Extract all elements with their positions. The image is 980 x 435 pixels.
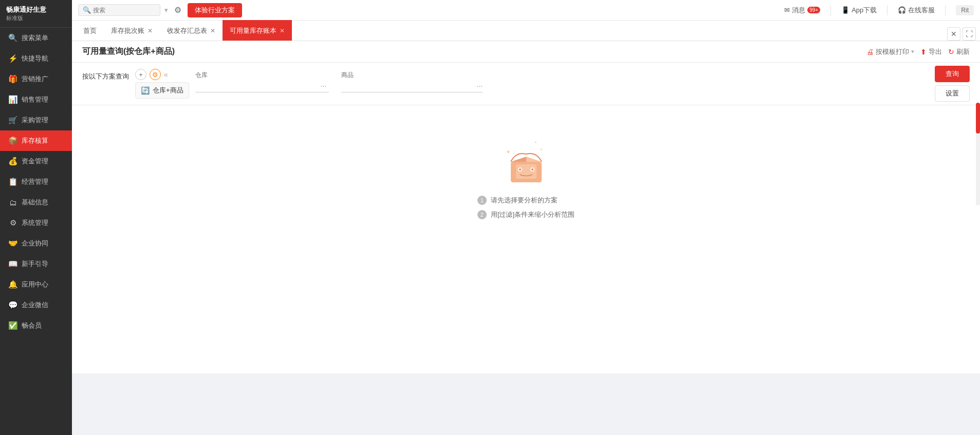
tab-expand-btn[interactable]: ⛶ (963, 27, 976, 41)
sidebar-item-newbie[interactable]: 📖 新手引导 (0, 254, 72, 274)
scheme-item-warehouse-product[interactable]: 🔄 仓库+商品 (135, 82, 189, 99)
wechat-icon: 💬 (8, 300, 17, 310)
tab-home[interactable]: 首页 (76, 20, 104, 41)
edit-scheme-btn[interactable]: ⚙ (150, 69, 161, 80)
sidebar-item-basic[interactable]: 🗂 基础信息 (0, 192, 72, 213)
sidebar-item-sales[interactable]: 📊 销售管理 (0, 89, 72, 110)
sidebar-label-search: 搜索菜单 (22, 33, 48, 43)
sidebar-item-enterprise[interactable]: 🤝 企业协同 (0, 233, 72, 254)
warehouse-input[interactable] (195, 82, 319, 90)
sidebar-item-app-center[interactable]: 🔔 应用中心 (0, 274, 72, 295)
refresh-icon: ↻ (948, 48, 954, 56)
tab-home-label: 首页 (83, 26, 97, 35)
purchase-icon: 🛒 (8, 116, 17, 125)
phone-icon: 📱 (841, 6, 849, 14)
step-2-num: 2 (477, 210, 487, 219)
export-label: 导出 (929, 47, 942, 56)
sidebar-label-finance: 资金管理 (22, 157, 48, 166)
basic-icon: 🗂 (8, 198, 17, 207)
warehouse-more-icon[interactable]: ··· (321, 82, 327, 90)
sidebar-item-purchase[interactable]: 🛒 采购管理 (0, 110, 72, 130)
collapse-icon[interactable]: « (164, 70, 168, 79)
sidebar-item-finance[interactable]: 💰 资金管理 (0, 151, 72, 172)
app-center-icon: 🔔 (8, 280, 17, 289)
tab-batch-ledger-close[interactable]: ✕ (147, 27, 153, 34)
product-more-icon[interactable]: ··· (477, 82, 483, 90)
sidebar-label-shortcut: 快捷导航 (22, 54, 48, 63)
empty-text: 1 请先选择要分析的方案 2 用[过滤]条件来缩小分析范围 (477, 196, 575, 219)
empty-step-2: 2 用[过滤]条件来缩小分析范围 (477, 210, 575, 219)
sidebar-label-system: 系统管理 (22, 218, 48, 228)
sidebar-item-shortcut[interactable]: ⚡ 快捷导航 (0, 48, 72, 69)
sidebar-label-inventory: 库存核算 (22, 136, 48, 145)
sidebar-label-enterprise: 企业协同 (22, 239, 48, 248)
right-scrollbar[interactable] (976, 103, 980, 205)
tab-batch-ledger[interactable]: 库存批次账 ✕ (104, 20, 160, 41)
message-icon: ✉ (784, 6, 790, 14)
sidebar-label-purchase: 采购管理 (22, 116, 48, 125)
sidebar-logo: 畅康通好生意 标准版 (0, 0, 72, 28)
tabbar-controls: ✕ ⛶ (947, 27, 980, 41)
warehouse-input-row: ··· (195, 82, 329, 92)
message-button[interactable]: ✉ 消息 99+ (784, 6, 820, 15)
tab-available-ledger[interactable]: 可用量库存账本 ✕ (223, 20, 292, 41)
product-input[interactable] (341, 82, 475, 90)
topbar-gear-icon[interactable]: ⚙ (172, 3, 183, 17)
sales-icon: 📊 (8, 95, 17, 104)
tab-collect-ledger-close[interactable]: ✕ (210, 27, 215, 34)
sidebar-item-wechat[interactable]: 💬 企业微信 (0, 295, 72, 315)
sidebar-item-operation[interactable]: 📋 经营管理 (0, 172, 72, 192)
tab-collect-ledger[interactable]: 收发存汇总表 ✕ (160, 20, 223, 41)
online-service-button[interactable]: 🎧 在线客服 (898, 6, 935, 15)
refresh-action[interactable]: ↻ 刷新 (948, 47, 970, 56)
export-icon: ⬆ (920, 48, 927, 56)
sidebar-item-marketing[interactable]: 🎁 营销推广 (0, 69, 72, 89)
empty-step-1: 1 请先选择要分析的方案 (477, 196, 575, 205)
user-avatar[interactable]: Rit (956, 5, 974, 15)
tab-collect-ledger-label: 收发存汇总表 (167, 26, 207, 35)
sidebar-label-newbie: 新手引导 (22, 259, 48, 269)
member-icon: ✅ (8, 321, 17, 330)
topbar-search-box[interactable]: 🔍 (78, 4, 160, 16)
app-version: 标准版 (6, 14, 66, 22)
message-label: 消息 (792, 6, 805, 15)
empty-svg: ✦ ✦ ✦ (501, 136, 552, 187)
step-1-text: 请先选择要分析的方案 (491, 196, 558, 205)
set-button[interactable]: 设置 (935, 85, 970, 102)
condition-row: 仓库 ··· 商品 ··· (195, 69, 970, 92)
system-icon: ⚙ (8, 218, 17, 228)
tab-available-ledger-close[interactable]: ✕ (280, 27, 285, 34)
sidebar-item-member[interactable]: ✅ 畅会员 (0, 315, 72, 336)
finance-icon: 💰 (8, 157, 17, 166)
step-1-num: 1 (477, 196, 487, 205)
topbar-search-input[interactable] (93, 7, 155, 14)
page-header: 可用量查询(按仓库+商品) 🖨 按模板打印 ▾ ⬆ 导出 ↻ 刷新 (72, 41, 980, 63)
shortcut-icon: ⚡ (8, 54, 17, 63)
marketing-icon: 🎁 (8, 74, 17, 84)
svg-text:✦: ✦ (506, 148, 511, 156)
topbar: 🔍 ▾ ⚙ 体验行业方案 ✉ 消息 99+ 📱 App下载 🎧 在线客服 (72, 0, 980, 21)
sidebar-label-operation: 经营管理 (22, 177, 48, 186)
filter-label: 按以下方案查询 (82, 69, 129, 81)
page-content: 可用量查询(按仓库+商品) 🖨 按模板打印 ▾ ⬆ 导出 ↻ 刷新 (72, 41, 980, 435)
topbar-chevron-icon[interactable]: ▾ (164, 6, 168, 14)
industry-btn[interactable]: 体验行业方案 (188, 3, 242, 17)
app-download-button[interactable]: 📱 App下载 (841, 6, 877, 15)
query-button[interactable]: 查询 (935, 66, 970, 82)
sidebar-label-sales: 销售管理 (22, 95, 48, 104)
add-scheme-btn[interactable]: + (135, 69, 146, 80)
sidebar-item-system[interactable]: ⚙ 系统管理 (0, 213, 72, 233)
print-action[interactable]: 🖨 按模板打印 ▾ (866, 47, 914, 56)
export-action[interactable]: ⬆ 导出 (920, 47, 942, 56)
sidebar-item-search[interactable]: 🔍 搜索菜单 (0, 28, 72, 48)
filter-scheme-header: + ⚙ « (135, 69, 189, 80)
scheme-item-label: 仓库+商品 (153, 86, 183, 95)
content-wrapper: 可用量查询(按仓库+商品) 🖨 按模板打印 ▾ ⬆ 导出 ↻ 刷新 (72, 41, 980, 373)
app-name: 畅康通好生意 (6, 5, 66, 14)
tab-close-all-btn[interactable]: ✕ (947, 27, 960, 41)
tab-available-ledger-label: 可用量库存账本 (230, 26, 276, 35)
svg-text:✦: ✦ (539, 147, 543, 153)
sidebar-item-inventory[interactable]: 📦 库存核算 (0, 130, 72, 151)
sidebar: 畅康通好生意 标准版 🔍 搜索菜单 ⚡ 快捷导航 🎁 营销推广 📊 销售管理 🛒… (0, 0, 72, 435)
main-area: 🔍 ▾ ⚙ 体验行业方案 ✉ 消息 99+ 📱 App下载 🎧 在线客服 (72, 0, 980, 435)
